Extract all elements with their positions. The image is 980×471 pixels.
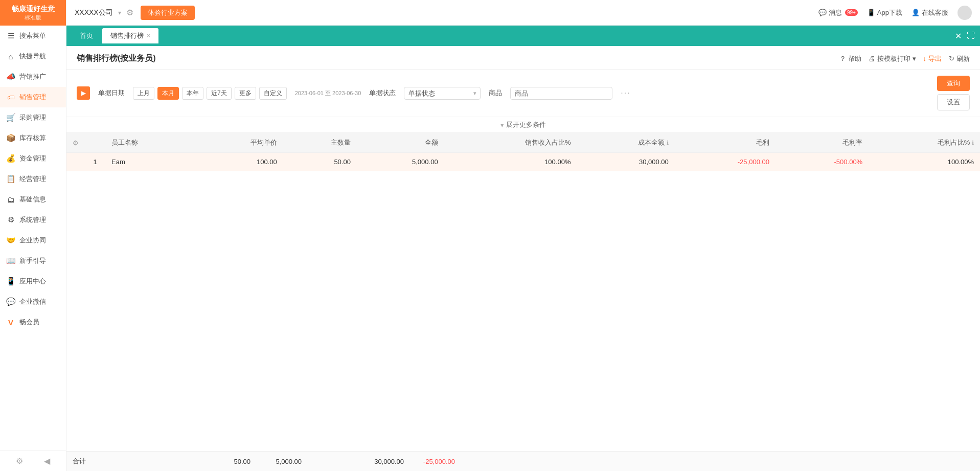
row-rank: 1 bbox=[85, 153, 105, 171]
purchase-icon: 🛒 bbox=[6, 113, 15, 122]
refresh-icon: ↻ bbox=[949, 55, 954, 62]
footer-main-qty: 50.00 bbox=[216, 458, 257, 465]
home-icon: ⌂ bbox=[6, 52, 15, 61]
sidebar: 畅康通好生意 标准版 ☰ 搜索菜单 ⌂ 快捷导航 📣 营销推广 🏷 销售管理 🛒… bbox=[0, 0, 66, 471]
col-gross: 毛利 bbox=[675, 133, 776, 153]
sidebar-item-label: 快捷导航 bbox=[19, 52, 46, 61]
filter-more-icon[interactable]: ··· bbox=[621, 88, 630, 98]
message-icon: 💬 bbox=[818, 9, 827, 16]
sidebar-item-vip[interactable]: V 畅会员 bbox=[0, 312, 66, 332]
table-wrap: ⚙ 员工名称 平均单价 主数量 全额 销售收入占比% 成本全额 ℹ 毛利 毛利率… bbox=[66, 133, 980, 451]
inner-content: 销售排行榜(按业务员) ？ 帮助 🖨 按模板打印 ▾ ↓ 导出 bbox=[66, 46, 980, 471]
filter-expand-bar: ▾ 展开更多条件 bbox=[66, 117, 980, 133]
app-center-icon: 📱 bbox=[6, 277, 15, 286]
tab-home[interactable]: 首页 bbox=[72, 28, 101, 43]
sidebar-item-system[interactable]: ⚙ 系统管理 bbox=[0, 210, 66, 230]
sidebar-item-operations[interactable]: 📋 经营管理 bbox=[0, 169, 66, 189]
col-main-qty: 主数量 bbox=[283, 133, 357, 153]
tab-close-window-icon[interactable]: ✕ bbox=[955, 31, 962, 41]
expand-more-btn[interactable]: ▾ 展开更多条件 bbox=[500, 120, 546, 129]
help-btn[interactable]: ？ 帮助 bbox=[839, 54, 861, 63]
table-footer: 合计 50.00 5,000.00 30,000.00 -25,000.00 bbox=[66, 451, 980, 471]
gross-pct-info-icon[interactable]: ℹ bbox=[972, 140, 974, 146]
avatar[interactable] bbox=[958, 6, 972, 20]
refresh-btn[interactable]: ↻ 刷新 bbox=[949, 54, 970, 63]
row-avg-price: 100.00 bbox=[194, 153, 283, 171]
sidebar-item-label: 基础信息 bbox=[19, 195, 46, 204]
sidebar-item-sales[interactable]: 🏷 销售管理 bbox=[0, 87, 66, 107]
footer-empty2 bbox=[175, 458, 216, 465]
date-btn-more[interactable]: 更多 bbox=[235, 87, 256, 100]
col-amount: 全额 bbox=[357, 133, 444, 153]
sidebar-logo: 畅康通好生意 标准版 bbox=[0, 0, 66, 26]
tabbar-right: ✕ ⛶ bbox=[955, 31, 975, 41]
sidebar-item-search[interactable]: ☰ 搜索菜单 bbox=[0, 26, 66, 46]
expand-arrow-icon: ▾ bbox=[500, 121, 504, 129]
tab-maximize-icon[interactable]: ⛶ bbox=[967, 31, 975, 41]
export-label: 导出 bbox=[928, 54, 942, 63]
sidebar-item-marketing[interactable]: 📣 营销推广 bbox=[0, 66, 66, 87]
message-btn[interactable]: 💬 消息 99+ bbox=[818, 8, 858, 17]
row-settings bbox=[66, 153, 85, 171]
date-btn-this-year[interactable]: 本年 bbox=[182, 87, 203, 100]
filter-collapse-icon: ▶ bbox=[81, 89, 86, 97]
row-gross: -25,000.00 bbox=[675, 153, 776, 171]
footer-amount: 5,000.00 bbox=[257, 458, 308, 465]
app-download-label: App下载 bbox=[877, 8, 902, 17]
message-label: 消息 bbox=[829, 8, 842, 17]
company-dropdown-arrow[interactable]: ▾ bbox=[118, 9, 121, 16]
cost-info-icon[interactable]: ℹ bbox=[667, 140, 669, 146]
col-settings[interactable]: ⚙ bbox=[66, 133, 85, 153]
topbar-settings-icon[interactable]: ⚙ bbox=[126, 8, 133, 17]
table-row: 1 Eam 100.00 50.00 5,000.00 100.00% 30,0… bbox=[66, 153, 980, 171]
trial-btn[interactable]: 体验行业方案 bbox=[141, 6, 195, 20]
date-btn-7days[interactable]: 近7天 bbox=[207, 87, 232, 100]
sidebar-item-app-center[interactable]: 📱 应用中心 bbox=[0, 271, 66, 291]
settings-btn[interactable]: 设置 bbox=[937, 94, 970, 110]
tab-sales-ranking[interactable]: 销售排行榜 × bbox=[102, 28, 158, 43]
sidebar-item-corp-collab[interactable]: 🤝 企业协同 bbox=[0, 230, 66, 251]
filter-collapse-btn[interactable]: ▶ bbox=[77, 86, 90, 100]
data-table: ⚙ 员工名称 平均单价 主数量 全额 销售收入占比% 成本全额 ℹ 毛利 毛利率… bbox=[66, 133, 980, 171]
base-info-icon: 🗂 bbox=[6, 195, 15, 204]
footer-empty1 bbox=[113, 458, 175, 465]
sidebar-item-inventory[interactable]: 📦 库存核算 bbox=[0, 128, 66, 148]
sidebar-item-corp-wechat[interactable]: 💬 企业微信 bbox=[0, 291, 66, 312]
sidebar-item-label: 系统管理 bbox=[19, 215, 46, 225]
status-select[interactable]: 单据状态 bbox=[404, 87, 481, 100]
date-btn-last-month[interactable]: 上月 bbox=[133, 87, 154, 100]
inventory-icon: 📦 bbox=[6, 133, 15, 143]
date-btn-custom[interactable]: 自定义 bbox=[259, 87, 287, 100]
sidebar-item-funds[interactable]: 💰 资金管理 bbox=[0, 148, 66, 169]
sidebar-item-base-info[interactable]: 🗂 基础信息 bbox=[0, 189, 66, 210]
online-service-icon: 👤 bbox=[911, 9, 920, 16]
sidebar-item-label: 新手引导 bbox=[19, 256, 46, 265]
template-print-arrow: ▾ bbox=[913, 55, 916, 62]
sidebar-item-quick-nav[interactable]: ⌂ 快捷导航 bbox=[0, 46, 66, 66]
tab-close-icon[interactable]: × bbox=[147, 32, 150, 39]
page-content: 销售排行榜(按业务员) ？ 帮助 🖨 按模板打印 ▾ ↓ 导出 bbox=[66, 46, 980, 471]
settings-gear-icon[interactable]: ⚙ bbox=[16, 456, 23, 466]
help-label: 帮助 bbox=[848, 54, 861, 63]
marketing-icon: 📣 bbox=[6, 72, 15, 81]
query-btn[interactable]: 查询 bbox=[937, 76, 970, 91]
sidebar-item-label: 采购管理 bbox=[19, 113, 46, 122]
status-select-wrapper: 单据状态 bbox=[404, 87, 481, 100]
date-btn-this-month[interactable]: 本月 bbox=[157, 87, 179, 100]
col-sales-pct: 销售收入占比% bbox=[444, 133, 577, 153]
collapse-icon[interactable]: ◀ bbox=[44, 456, 50, 466]
sidebar-item-new-guide[interactable]: 📖 新手引导 bbox=[0, 251, 66, 271]
template-print-btn[interactable]: 🖨 按模板打印 ▾ bbox=[869, 54, 916, 63]
row-gross-rate: -500.00% bbox=[776, 153, 869, 171]
export-btn[interactable]: ↓ 导出 bbox=[923, 54, 942, 63]
status-filter-label: 单据状态 bbox=[369, 88, 396, 98]
goods-input[interactable] bbox=[510, 87, 612, 100]
sidebar-item-purchase[interactable]: 🛒 采购管理 bbox=[0, 107, 66, 128]
footer-gross: -25,000.00 bbox=[410, 458, 461, 465]
export-icon: ↓ bbox=[923, 55, 927, 62]
sidebar-item-label: 营销推广 bbox=[19, 72, 46, 81]
sidebar-item-label: 应用中心 bbox=[19, 277, 46, 286]
btn-group: 查询 设置 bbox=[937, 76, 970, 110]
app-download-btn[interactable]: 📱 App下载 bbox=[867, 8, 902, 17]
online-service-btn[interactable]: 👤 在线客服 bbox=[911, 8, 948, 17]
